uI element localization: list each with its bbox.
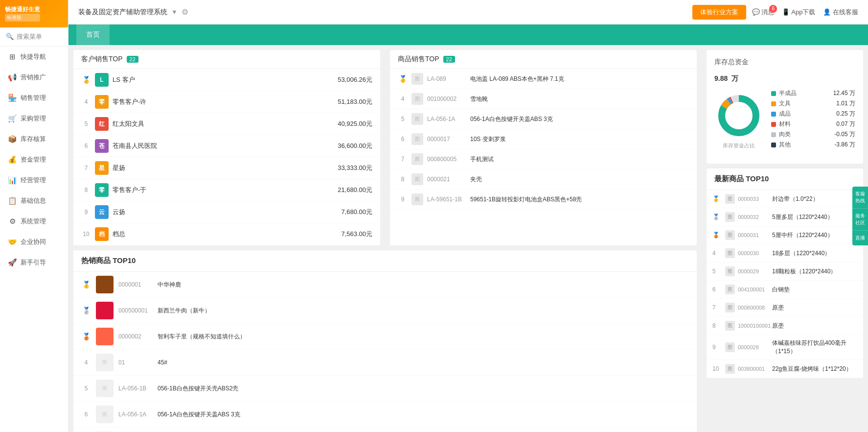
customer-amount: 53,006.26元	[338, 75, 372, 84]
sidebar-item-label: 系统管理	[21, 217, 46, 226]
rank-number: 8	[712, 322, 722, 329]
sales-icon: 🏪	[8, 94, 17, 102]
product-icon: 图	[725, 212, 735, 222]
rank-number: 5	[81, 120, 91, 127]
list-item: 5图000002918颗粒板（1220*2440）	[707, 263, 863, 281]
product-icon: 图	[725, 230, 735, 240]
sidebar-item-marketing[interactable]: 📢营销推广	[0, 67, 68, 88]
product-thumbnail: 图	[96, 380, 114, 397]
topbar-dropdown-icon[interactable]: ▼	[171, 8, 178, 16]
list-item: 6图004100001白钢垫	[707, 281, 863, 299]
sidebar-item-guide[interactable]: 🚀新手引导	[0, 252, 68, 273]
list-item: 🥇0000001中华神鹿	[73, 272, 697, 298]
customer-card-header: 客户销售TOP 22	[73, 50, 380, 69]
product-code: 01	[118, 359, 158, 366]
product-sale-badge: 22	[443, 56, 455, 63]
trial-button[interactable]: 体验行业方案	[692, 5, 746, 20]
inventory-title: 库存总资金	[714, 58, 855, 67]
new-products-card: 最新商品 TOP10 🥇图0000033封边带（1.0*22）🥈图0000032…	[707, 168, 863, 378]
sidebar-item-basic-info[interactable]: 📋基础信息	[0, 191, 68, 211]
list-item: 4图0145#	[73, 350, 697, 376]
tab-home[interactable]: 首页	[76, 24, 110, 45]
table-row: 7图000800005手机测试	[390, 149, 697, 169]
sidebar-item-inventory[interactable]: 📦库存核算	[0, 129, 68, 149]
search-icon: 🔍	[6, 33, 14, 40]
list-item: 🥇图0000033封边带（1.0*22）	[707, 190, 863, 208]
message-button[interactable]: 💬 消息 6	[752, 8, 775, 17]
legend-value: 0.25 万	[836, 110, 855, 118]
product-code: 0000002	[118, 333, 158, 340]
topbar-settings-icon[interactable]: ⚙	[182, 7, 188, 17]
legend-label: 半成品	[779, 89, 833, 97]
product-sale-header: 商品销售TOP 22	[390, 50, 697, 69]
main-content: 装备及固定资产辅助管理系统 ▼ ⚙ 体验行业方案 💬 消息 6 📱 App下载 …	[69, 0, 868, 432]
rank-number: 8	[398, 176, 408, 183]
rank-number: 10	[81, 231, 91, 238]
product-code: 0000031	[738, 232, 772, 238]
product-icon: 图	[411, 93, 423, 105]
legend-value: 1.01 万	[836, 99, 855, 108]
sidebar: 畅捷通好生意 标准版 🔍 搜索菜单 ⊞快捷导航📢营销推广🏪销售管理🛒采购管理📦库…	[0, 0, 69, 432]
customer-amount: 7,680.00元	[341, 208, 372, 216]
purchase-icon: 🛒	[8, 114, 17, 123]
topbar-right: 💬 消息 6 📱 App下载 👤 在线客服	[752, 8, 858, 17]
product-code: LA-056-1A	[427, 116, 466, 122]
search-menu[interactable]: 🔍 搜索菜单	[0, 27, 68, 47]
list-item: 🥈000500001新西兰牛肉（新牛）	[73, 298, 697, 324]
app-label: App下载	[791, 8, 815, 16]
rank-number: 9	[398, 196, 408, 203]
list-item: 🥉图00000315厘中纤（1220*2440）	[707, 226, 863, 244]
product-code: LA-056-1B	[118, 385, 158, 392]
app-download-button[interactable]: 📱 App下载	[782, 8, 815, 17]
rank-medal: 🥉	[81, 333, 91, 340]
sidebar-item-quick-nav[interactable]: ⊞快捷导航	[0, 47, 68, 67]
legend-color	[771, 143, 776, 147]
sidebar-item-label: 基础信息	[21, 196, 46, 205]
product-thumbnail: 图	[96, 354, 114, 371]
table-row: 10档档总7,563.00元	[73, 223, 380, 245]
product-name: 白钢垫	[772, 286, 857, 294]
rank-number: 8	[81, 187, 91, 193]
inventory-card: 库存总资金 9.88 万	[707, 50, 863, 164]
sidebar-item-purchase[interactable]: 🛒采购管理	[0, 108, 68, 129]
list-item: 🥈图00000325厘多层（1220*2440）	[707, 208, 863, 226]
customer-amount: 36,600.00元	[338, 142, 372, 150]
customer-amount: 21,680.00元	[338, 186, 372, 194]
product-code: 001000002	[427, 96, 466, 102]
cs-community[interactable]: 服务 社区	[852, 209, 868, 231]
product-icon: 图	[725, 303, 735, 312]
sidebar-item-finance[interactable]: 💰资金管理	[0, 149, 68, 170]
sidebar-item-operations[interactable]: 📊经营管理	[0, 170, 68, 191]
table-row: 9图LA-59651-1B59651-1B旋转投影灯电池盒ABS黑色+58壳	[390, 190, 697, 210]
list-item: 10图00380000122g鱼豆腐-烧烤味（1*12*20）	[707, 360, 863, 378]
cs-live[interactable]: 直播	[852, 231, 868, 245]
inventory-icon: 📦	[8, 135, 17, 144]
sidebar-item-system[interactable]: ⚙系统管理	[0, 211, 68, 232]
sidebar-item-label: 经营管理	[21, 176, 46, 185]
sidebar-item-enterprise[interactable]: 🤝企业协同	[0, 232, 68, 252]
sidebar-item-sales[interactable]: 🏪销售管理	[0, 88, 68, 108]
rank-medal: 🥈	[81, 307, 91, 314]
product-desc: 59651-1B旋转投影灯电池盒ABS黑色+58壳	[470, 195, 689, 204]
product-icon: 图	[411, 153, 423, 165]
product-name: 5厘多层（1220*2440）	[772, 213, 857, 221]
rank-medal: 🥈	[712, 214, 722, 220]
legend-label: 肉类	[779, 130, 834, 139]
chart-container: 库存资金占比 半成品12.45 万文具1.01 万成品0.25 万材料0.07 …	[714, 89, 855, 151]
rank-number: 4	[398, 96, 408, 102]
rank-number: 9	[81, 209, 91, 216]
product-icon: 图	[725, 285, 735, 294]
sidebar-logo: 畅捷通好生意 标准版	[0, 0, 68, 27]
cs-hotline[interactable]: 客服 热线	[852, 187, 868, 209]
legend-value: -0.05 万	[834, 130, 855, 139]
customer-name: 档总	[113, 230, 341, 239]
online-service-button[interactable]: 👤 在线客服	[823, 8, 858, 17]
product-name: 18多层（1220*2440）	[772, 249, 857, 258]
product-code: 000800008	[738, 305, 772, 311]
product-name: 原垄	[772, 322, 857, 330]
customer-avatar: 云	[95, 205, 109, 219]
list-item: 5图LA-056-1B056-1B白色按键开关壳ABS2壳	[73, 376, 697, 402]
rank-number: 7	[712, 304, 722, 311]
rank-number: 4	[81, 359, 91, 366]
product-thumbnail	[96, 276, 114, 293]
